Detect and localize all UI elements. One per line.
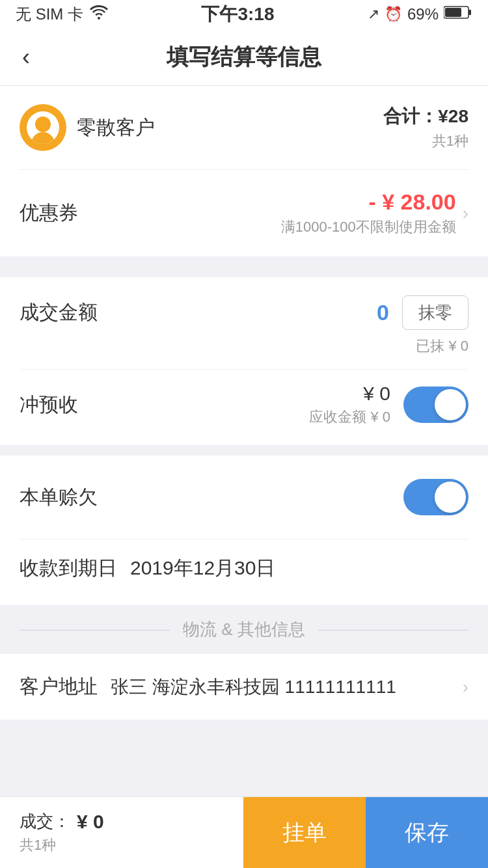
coupon-label: 优惠券 [20,200,78,226]
back-button[interactable]: ‹ [16,37,36,77]
total-amount: ¥28 [438,106,468,126]
avatar-body [31,132,55,144]
pre-amount: ¥ 0 [309,383,390,405]
deal-label: 成交金额 [20,299,98,326]
debt-row: 本单赊欠 [0,455,488,539]
deal-right: 0 抹零 [377,295,468,330]
prereceive-value-block: ¥ 0 应收金额 ¥ 0 [309,383,390,427]
status-left: 无 SIM 卡 [16,4,108,25]
address-chevron-icon: › [463,677,468,698]
section-divider-1 [0,267,488,277]
debt-section: 本单赊欠 收款到期日 2019年12月30日 [0,455,488,605]
coupon-desc: 满1000-100不限制使用金额 [281,217,456,237]
customer-name: 零散客户 [77,115,155,141]
address-row[interactable]: 客户地址 张三 海淀永丰科技园 11111111111 › [0,654,488,720]
logistics-divider: 物流 & 其他信息 [0,605,488,654]
customer-total: 合计：¥28 共1种 [383,104,468,151]
coupon-right: - ¥ 28.00 满1000-100不限制使用金额 › [281,189,468,237]
nav-bar: ‹ 填写结算等信息 [0,29,488,86]
bottom-info: 成交： ¥ 0 共1种 [0,797,243,868]
deal-amount: 0 [377,300,389,325]
coupon-amount: - ¥ 28.00 [281,189,456,215]
section-divider-2 [0,445,488,455]
logistics-text: 物流 & 其他信息 [170,618,318,641]
avatar-inner [27,111,59,144]
prereceive-right: ¥ 0 应收金额 ¥ 0 [309,383,468,427]
battery-text: 69% [407,5,439,23]
save-button[interactable]: 保存 [366,797,488,868]
duedate-value: 2019年12月30日 [130,555,275,582]
address-section: 客户地址 张三 海淀永丰科技园 11111111111 › [0,654,488,720]
duedate-label: 收款到期日 [20,555,117,582]
customer-left: 零散客户 [20,104,155,151]
debt-toggle-knob [435,481,466,513]
deal-row: 成交金额 0 抹零 [0,277,488,336]
svg-rect-1 [468,10,471,15]
bottom-deal-amount: ¥ 0 [77,811,104,833]
bottom-deal-row: 成交： ¥ 0 [20,810,224,833]
address-value: 张三 海淀永丰科技园 11111111111 [111,675,463,699]
avatar-head [35,116,51,132]
duedate-row: 收款到期日 2019年12月30日 [0,539,488,605]
customer-row: 零散客户 合计：¥28 共1种 [0,86,488,169]
alarm-icon: ⏰ [385,6,402,23]
total-label: 合计：¥28 [383,104,468,129]
battery-icon [444,5,472,23]
total-label-text: 合计： [383,106,438,126]
carrier-text: 无 SIM 卡 [16,4,83,25]
bottom-deal-label: 成交： [20,810,70,833]
svg-rect-2 [445,8,461,17]
debt-toggle[interactable] [403,479,468,515]
bottom-count: 共1种 [20,835,224,855]
round-button[interactable]: 抹零 [402,295,468,330]
pre-receivable: 应收金额 ¥ 0 [309,407,390,427]
prereceive-toggle[interactable] [403,387,468,423]
wifi-icon [90,5,108,23]
address-label: 客户地址 [20,673,98,700]
total-count: 共1种 [383,131,468,151]
bottom-bar: 成交： ¥ 0 共1种 挂单 保存 [0,796,488,868]
status-bar: 无 SIM 卡 下午3:18 ↗ ⏰ 69% [0,0,488,29]
avatar [20,104,66,151]
status-time: 下午3:18 [201,2,274,27]
coupon-value-block: - ¥ 28.00 满1000-100不限制使用金额 [281,189,456,237]
deducted-text: 已抹 ¥ 0 [416,336,468,356]
customer-section: 零散客户 合计：¥28 共1种 优惠券 - ¥ 28.00 满1000-100不… [0,86,488,256]
prereceive-row: 冲预收 ¥ 0 应收金额 ¥ 0 [0,370,488,445]
page-title: 填写结算等信息 [167,42,321,72]
status-right: ↗ ⏰ 69% [368,5,472,23]
coupon-row[interactable]: 优惠券 - ¥ 28.00 满1000-100不限制使用金额 › [0,170,488,256]
coupon-chevron-icon: › [463,203,468,224]
prereceive-label: 冲预收 [20,392,78,418]
deducted-row: 已抹 ¥ 0 [0,336,488,369]
debt-label: 本单赊欠 [20,484,98,511]
deal-section: 成交金额 0 抹零 已抹 ¥ 0 冲预收 ¥ 0 应收金额 ¥ 0 [0,277,488,445]
hold-button[interactable]: 挂单 [243,797,366,868]
toggle-knob [435,389,466,420]
location-icon: ↗ [368,6,379,23]
